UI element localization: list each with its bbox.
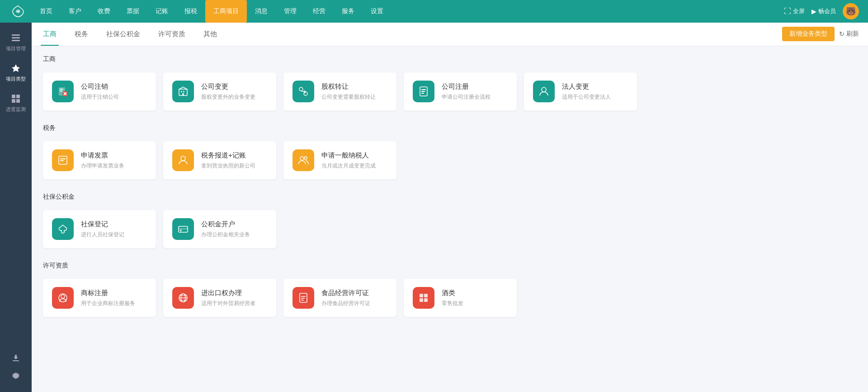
card-title: 申请发票 — [81, 151, 124, 160]
svg-rect-49 — [420, 298, 423, 302]
card-公司注销[interactable]: 公司注销适用于注销公司 — [43, 72, 156, 110]
download-icon[interactable] — [0, 349, 32, 367]
card-text-公司变更: 公司变更股权变更外的业务变更 — [201, 82, 255, 101]
card-title: 申请一般纳税人 — [321, 151, 376, 160]
nav-item-客户[interactable]: 客户 — [61, 0, 90, 23]
card-title: 食品经营许可证 — [321, 289, 370, 297]
card-股权转让[interactable]: 股权转让公司变更需要股权转让 — [283, 72, 396, 110]
card-desc: 适用于公司变更法人 — [562, 93, 611, 101]
avatar[interactable]: 🐻 — [843, 3, 859, 19]
svg-rect-18 — [183, 91, 184, 92]
sidebar-bottom — [0, 349, 32, 392]
svg-rect-28 — [60, 158, 66, 159]
card-desc: 适用于注销公司 — [81, 93, 119, 101]
card-text-股权转让: 股权转让公司变更需要股权转让 — [321, 82, 376, 101]
card-商标注册[interactable]: 商标注册用于企业商标注册服务 — [43, 279, 156, 317]
card-text-进出口权办理: 进出口权办理适用于对外贸易经营者 — [201, 289, 255, 307]
cards-grid-社保公积金: 社保登记进行人员社保登记公积金开户办理公积金相关业务 — [43, 210, 857, 248]
card-text-法人变更: 法人变更适用于公司变更法人 — [562, 82, 611, 101]
card-申请发票[interactable]: 申请发票办理申请发票业务 — [43, 141, 156, 179]
svg-rect-17 — [181, 91, 182, 92]
svg-rect-8 — [13, 360, 19, 361]
sub-tab-工商[interactable]: 工商 — [41, 30, 59, 46]
add-business-type-button[interactable]: 新增业务类型 — [782, 27, 835, 41]
card-text-税务报道+记账: 税务报道+记账拿到营业执照的新公司 — [201, 151, 255, 170]
svg-rect-23 — [421, 89, 426, 90]
nav-item-报税[interactable]: 报税 — [176, 0, 205, 23]
card-食品经营许可证[interactable]: 食品经营许可证办理食品经营许可证 — [283, 279, 396, 317]
card-税务报道+记账[interactable]: 税务报道+记账拿到营业执照的新公司 — [163, 141, 276, 179]
nav-item-工商项目[interactable]: 工商项目 — [205, 0, 247, 23]
card-icon-申请一般纳税人 — [292, 149, 314, 171]
nav-item-收费[interactable]: 收费 — [90, 0, 118, 23]
svg-rect-5 — [16, 95, 20, 98]
refresh-button[interactable]: ↻ 刷新 — [839, 30, 859, 38]
nav-items: 首页客户收费票据记账报税工商项目消息管理经营服务设置 — [32, 0, 784, 23]
svg-rect-44 — [301, 296, 306, 297]
card-title: 公积金开户 — [201, 220, 250, 229]
card-icon-公司变更 — [172, 81, 194, 102]
svg-marker-3 — [12, 64, 20, 72]
card-法人变更[interactable]: 法人变更适用于公司变更法人 — [524, 72, 637, 110]
svg-rect-45 — [301, 298, 305, 299]
sub-tab-许可资质[interactable]: 许可资质 — [156, 30, 188, 46]
card-icon-法人变更 — [533, 81, 555, 102]
nav-item-经营[interactable]: 经营 — [305, 0, 334, 23]
card-text-申请一般纳税人: 申请一般纳税人当月或次月成变更完成 — [321, 151, 376, 170]
card-title: 股权转让 — [321, 82, 376, 91]
card-社保登记[interactable]: 社保登记进行人员社保登记 — [43, 210, 156, 248]
section-title-社保公积金: 社保公积金 — [43, 193, 857, 201]
card-icon-酒类 — [413, 287, 434, 309]
svg-point-35 — [180, 229, 182, 231]
sidebar-icon — [10, 93, 21, 104]
card-title: 法人变更 — [562, 82, 611, 91]
sidebar-item-项目管理[interactable]: 项目管理 — [0, 27, 32, 57]
sidebar-item-进度监测[interactable]: 进度监测 — [0, 88, 32, 118]
card-title: 进出口权办理 — [201, 289, 255, 297]
section-title-许可资质: 许可资质 — [43, 262, 857, 270]
card-icon-进出口权办理 — [172, 287, 194, 309]
card-text-酒类: 酒类零售批发 — [442, 289, 463, 307]
svg-rect-47 — [420, 294, 423, 297]
nav-item-记账[interactable]: 记账 — [147, 0, 176, 23]
card-公积金开户[interactable]: 公积金开户办理公积金相关业务 — [163, 210, 276, 248]
card-酒类[interactable]: 酒类零售批发 — [404, 279, 517, 317]
vip-btn[interactable]: ▶ 畅会员 — [811, 7, 836, 15]
svg-rect-7 — [16, 99, 20, 103]
main-content: 工商公司注销适用于注销公司公司变更股权变更外的业务变更股权转让公司变更需要股权转… — [32, 46, 868, 392]
sidebar-item-项目类型[interactable]: 项目类型 — [0, 57, 32, 88]
card-text-商标注册: 商标注册用于企业商标注册服务 — [81, 289, 135, 307]
card-公司变更[interactable]: 公司变更股权变更外的业务变更 — [163, 72, 276, 110]
fullscreen-btn[interactable]: ⛶ 全屏 — [784, 7, 805, 15]
svg-rect-11 — [60, 89, 63, 90]
settings-icon[interactable] — [0, 367, 32, 385]
sub-tabs: 工商税务社保公积金许可资质其他 新增业务类型 ↻ 刷新 — [32, 23, 868, 46]
sub-tab-税务[interactable]: 税务 — [72, 30, 90, 46]
nav-item-首页[interactable]: 首页 — [32, 0, 61, 23]
card-申请一般纳税人[interactable]: 申请一般纳税人当月或次月成变更完成 — [283, 141, 396, 179]
card-text-申请发票: 申请发票办理申请发票业务 — [81, 151, 124, 170]
sub-tab-其他[interactable]: 其他 — [201, 30, 219, 46]
svg-rect-50 — [424, 298, 428, 302]
card-title: 税务报道+记账 — [201, 151, 255, 160]
card-desc: 用于企业商标注册服务 — [81, 300, 135, 307]
card-公司注册[interactable]: 公司注册申请公司注册全流程 — [404, 72, 517, 110]
nav-item-管理[interactable]: 管理 — [276, 0, 305, 23]
sidebar-icon — [10, 33, 21, 43]
card-desc: 申请公司注册全流程 — [442, 93, 491, 101]
sub-tab-社保公积金[interactable]: 社保公积金 — [104, 30, 142, 46]
refresh-icon: ↻ — [839, 30, 844, 38]
nav-item-票据[interactable]: 票据 — [118, 0, 147, 23]
svg-rect-25 — [421, 93, 424, 94]
nav-item-消息[interactable]: 消息 — [247, 0, 276, 23]
nav-item-设置[interactable]: 设置 — [363, 0, 392, 23]
card-进出口权办理[interactable]: 进出口权办理适用于对外贸易经营者 — [163, 279, 276, 317]
cards-grid-许可资质: 商标注册用于企业商标注册服务进出口权办理适用于对外贸易经营者食品经营许可证办理食… — [43, 279, 857, 317]
svg-point-32 — [304, 157, 307, 159]
svg-point-30 — [181, 156, 185, 161]
nav-item-服务[interactable]: 服务 — [334, 0, 363, 23]
card-icon-社保登记 — [52, 218, 74, 240]
card-title: 酒类 — [442, 289, 463, 297]
content-area: 工商税务社保公积金许可资质其他 新增业务类型 ↻ 刷新 工商公司注销适用于注销公… — [32, 23, 868, 392]
card-title: 公司注销 — [81, 82, 119, 91]
